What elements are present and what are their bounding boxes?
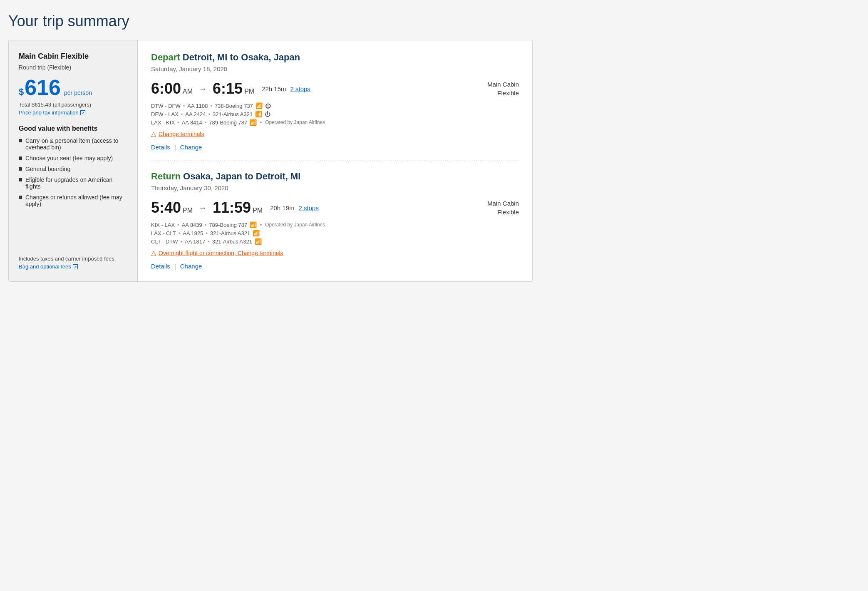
return-segment-row-2: LAX - CLT • AA 1925 • 321-Airbus A321 📶 (151, 230, 519, 236)
depart-fare-class: Main CabinFlexible (487, 80, 519, 97)
return-stops-link[interactable]: 2 stops (299, 204, 319, 211)
depart-segment-row-1: DTW - DFW • AA 1108 • 738-Boeing 737 📶 ⏻ (151, 102, 519, 109)
depart-action-row: Details | Change (151, 144, 519, 151)
depart-warning-row: △ Change terminals (151, 130, 519, 138)
wifi-icon: 📶 (255, 102, 263, 109)
depart-flight-header: Depart Detroit, MI to Osaka, Japan (151, 52, 519, 63)
return-flight-date: Thursday, January 30, 2020 (151, 184, 519, 191)
return-duration-stops: 20h 19m 2 stops (270, 204, 319, 211)
return-direction: Return (151, 171, 181, 181)
page-title: Your trip summary (8, 12, 860, 30)
benefit-item: Eligible for upgrades on American flight… (19, 176, 127, 190)
good-value-heading: Good value with benefits (19, 125, 127, 132)
return-operated-by: Operated by Japan Airlines (265, 222, 325, 228)
left-panel: Main Cabin Flexible Round trip (Flexible… (9, 40, 138, 281)
return-flight-section: Return Osaka, Japan to Detroit, MI Thurs… (151, 161, 519, 270)
warning-icon-2: △ (151, 249, 156, 257)
price-amount: 616 (25, 77, 61, 98)
total-price: Total $615.43 (all passengers) (19, 102, 127, 108)
return-route: Osaka, Japan to Detroit, MI (183, 171, 300, 181)
wifi-icon-5: 📶 (253, 230, 260, 236)
fare-name: Main Cabin Flexible (19, 52, 127, 61)
price-tax-link[interactable]: Price and tax information ↗ (19, 109, 127, 116)
benefit-item: General boarding (19, 166, 127, 172)
return-times-row: 5:40PM → 11:59PM 20h 19m 2 stops Main Ca… (151, 199, 519, 216)
depart-change-link[interactable]: Change (180, 144, 202, 151)
return-segment-row-1: KIX - LAX • AA 8439 • 789-Boeing 787 📶 O… (151, 221, 519, 228)
depart-route: Detroit, MI to Osaka, Japan (183, 52, 300, 62)
return-segment-row-3: CLT - DTW • AA 1817 • 321-Airbus A321 📶 (151, 238, 519, 245)
return-warning-link[interactable]: Overnight flight or connection, Change t… (159, 250, 283, 256)
depart-duration-stops: 22h 15m 2 stops (262, 85, 310, 92)
left-footer: Includes taxes and carrier imposed fees.… (19, 256, 127, 270)
right-panel: Depart Detroit, MI to Osaka, Japan Satur… (138, 40, 532, 281)
bullet-icon (19, 156, 22, 160)
return-details-link[interactable]: Details (151, 263, 170, 270)
return-depart-time: 5:40PM (151, 199, 193, 216)
return-warning-row: △ Overnight flight or connection, Change… (151, 249, 519, 257)
return-duration: 20h 19m (270, 204, 294, 211)
wifi-icon-6: 📶 (255, 238, 262, 245)
return-fare-class: Main CabinFlexible (487, 199, 519, 216)
dot-separator (260, 122, 262, 123)
return-action-row: Details | Change (151, 263, 519, 270)
bullet-icon (19, 196, 22, 199)
price-row: $ 616 per person (19, 77, 127, 98)
benefits-list: Carry-on & personal item (access to over… (19, 137, 127, 211)
depart-flight-section: Depart Detroit, MI to Osaka, Japan Satur… (151, 52, 519, 151)
per-person-label: per person (64, 89, 92, 97)
action-separator: | (174, 144, 176, 151)
bullet-icon (19, 178, 22, 181)
power-icon: ⏻ (265, 102, 271, 109)
dollar-sign: $ (19, 87, 24, 97)
depart-flight-date: Saturday, January 18, 2020 (151, 65, 519, 72)
depart-duration: 22h 15m (262, 85, 286, 92)
benefit-item: Changes or refunds allowed (fee may appl… (19, 194, 127, 207)
external-link-icon-2: ↗ (73, 264, 78, 269)
depart-arrive-time: 6:15PM (213, 80, 254, 97)
wifi-icon-3: 📶 (250, 119, 257, 126)
depart-direction: Depart (151, 52, 180, 62)
benefit-item: Choose your seat (fee may apply) (19, 155, 127, 161)
depart-operated-by: Operated by Japan Airlines (265, 119, 325, 125)
depart-stops-link[interactable]: 2 stops (290, 85, 310, 92)
external-link-icon: ↗ (80, 110, 85, 115)
bullet-icon (19, 167, 22, 171)
depart-depart-time: 6:00AM (151, 80, 193, 97)
bullet-icon (19, 139, 22, 142)
bag-fees-link[interactable]: Bag and optional fees ↗ (19, 263, 127, 270)
depart-flight-title: Depart Detroit, MI to Osaka, Japan (151, 52, 519, 63)
wifi-icon-2: 📶 (255, 111, 262, 117)
arrow-right-icon: → (198, 84, 207, 94)
action-separator-2: | (174, 263, 176, 270)
warning-icon: △ (151, 130, 156, 138)
arrow-right-icon-2: → (198, 203, 207, 213)
includes-text: Includes taxes and carrier imposed fees. (19, 256, 127, 262)
depart-times-row: 6:00AM → 6:15PM 22h 15m 2 stops Main Cab… (151, 80, 519, 97)
return-arrive-time: 11:59PM (213, 199, 263, 216)
wifi-icon-4: 📶 (250, 221, 257, 228)
depart-warning-link[interactable]: Change terminals (159, 131, 204, 137)
return-change-link[interactable]: Change (180, 263, 202, 270)
return-flight-header: Return Osaka, Japan to Detroit, MI (151, 171, 519, 182)
round-trip-label: Round trip (Flexible) (19, 64, 127, 71)
depart-segments: DTW - DFW • AA 1108 • 738-Boeing 737 📶 ⏻… (151, 102, 519, 126)
trip-summary-card: Main Cabin Flexible Round trip (Flexible… (8, 40, 533, 282)
dot-separator-2 (260, 224, 262, 226)
benefit-item: Carry-on & personal item (access to over… (19, 137, 127, 151)
depart-segment-row-2: DFW - LAX • AA 2424 • 321-Airbus A321 📶 … (151, 111, 519, 117)
return-segments: KIX - LAX • AA 8439 • 789-Boeing 787 📶 O… (151, 221, 519, 245)
power-icon-2: ⏻ (265, 111, 270, 117)
depart-segment-row-3: LAX - KIX • AA 8414 • 789-Boeing 787 📶 O… (151, 119, 519, 126)
return-flight-title: Return Osaka, Japan to Detroit, MI (151, 171, 519, 182)
depart-details-link[interactable]: Details (151, 144, 170, 151)
